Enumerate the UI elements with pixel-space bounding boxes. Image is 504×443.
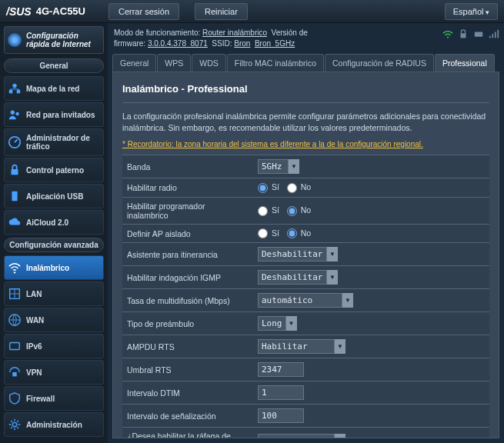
svg-point-4 <box>15 112 19 116</box>
guest-icon <box>8 108 22 122</box>
ssid-label: SSID: <box>212 39 232 48</box>
section-header-advanced: Configuración avanzada <box>4 238 104 252</box>
sidebar-item-label: VPN <box>26 368 42 377</box>
sidebar-item-label: Administración <box>26 421 82 429</box>
sidebar-item-label: AiCloud 2.0 <box>26 218 68 227</box>
isolated-yes[interactable]: Sí <box>258 228 279 238</box>
sidebar-item-administration[interactable]: Administración <box>4 412 104 437</box>
tab-professional[interactable]: Professional <box>435 54 495 72</box>
language-select[interactable]: Español <box>445 3 498 20</box>
reboot-button[interactable]: Reiniciar <box>195 3 248 20</box>
isolated-no[interactable]: No <box>287 228 311 238</box>
ssid2-link[interactable]: Bron_5GHz <box>255 39 295 48</box>
sidebar-item-label: Firewall <box>26 395 55 403</box>
sidebar-item-parental-control[interactable]: Control paterno <box>4 158 104 182</box>
sidebar-item-guest-network[interactable]: Red para invitados <box>4 102 104 127</box>
usb-icon <box>8 189 22 203</box>
preamble-select[interactable]: Long▼ <box>258 316 297 331</box>
dtim-label: Intervalo DTIM <box>122 381 253 405</box>
dropdown-arrow-icon: ▼ <box>335 339 345 354</box>
fw-label2: firmware: <box>114 39 145 48</box>
lock-icon <box>8 163 22 177</box>
tab-general[interactable]: General <box>112 54 156 72</box>
sidebar: Configuración rápida de Internet General… <box>0 23 108 443</box>
svg-point-13 <box>447 36 449 38</box>
tab-wds[interactable]: WDS <box>192 54 226 72</box>
svg-rect-11 <box>12 372 16 376</box>
svg-rect-16 <box>489 36 491 38</box>
roaming-select[interactable]: Deshabilitar▼ <box>258 247 338 261</box>
sidebar-item-label: LAN <box>26 290 42 298</box>
dtim-input[interactable] <box>258 385 304 400</box>
vpn-icon <box>8 365 22 379</box>
quick-internet-setup-button[interactable]: Configuración rápida de Internet <box>4 26 104 54</box>
rts-input[interactable] <box>258 362 304 377</box>
status-icons <box>442 28 499 38</box>
sidebar-item-network-map[interactable]: Mapa de la red <box>4 76 104 101</box>
tab-radius[interactable]: Configuración de RADIUS <box>325 54 434 72</box>
logout-button[interactable]: Cerrar sesión <box>108 3 179 20</box>
tab-wps[interactable]: WPS <box>157 54 191 72</box>
settings-table: Banda 5GHz▼ Habilitar radio Sí No Habili… <box>122 155 489 438</box>
dropdown-arrow-icon: ▼ <box>327 247 338 261</box>
sidebar-item-ipv6[interactable]: IPv6 <box>4 334 104 358</box>
enable-radio-yes[interactable]: Sí <box>258 182 279 192</box>
sidebar-item-label: WAN <box>26 316 44 325</box>
band-label: Banda <box>122 155 253 178</box>
shield-icon <box>8 391 22 405</box>
txburst-label: ¿Desea habilitar la ráfaga de transmisió… <box>122 428 253 438</box>
igmp-label: Habilitar indagación IGMP <box>122 266 253 289</box>
svg-rect-14 <box>461 33 466 38</box>
ssid1-link[interactable]: Bron <box>234 39 250 48</box>
wifi-status-icon <box>442 29 453 38</box>
svg-point-3 <box>11 111 15 115</box>
cloud-icon <box>8 215 22 229</box>
roaming-label: Asistente para itinerancia <box>122 243 253 266</box>
sidebar-item-vpn[interactable]: VPN <box>4 360 104 385</box>
fw-link[interactable]: 3.0.0.4.378_8071 <box>148 39 208 48</box>
dropdown-arrow-icon: ▼ <box>289 159 299 174</box>
mode-link[interactable]: Router inalámbrico <box>202 28 267 37</box>
sidebar-item-lan[interactable]: LAN <box>4 281 104 306</box>
sidebar-item-usb-app[interactable]: Aplicación USB <box>4 184 104 208</box>
beacon-input[interactable] <box>258 408 304 423</box>
sidebar-item-label: Control paterno <box>26 166 84 175</box>
model-label: 4G-AC55U <box>36 5 85 17</box>
sidebar-item-traffic-manager[interactable]: Administrador de tráfico <box>4 128 104 156</box>
sidebar-item-firewall[interactable]: Firewall <box>4 386 104 411</box>
igmp-select[interactable]: Deshabilitar▼ <box>258 270 338 285</box>
beacon-label: Intervalo de señalización <box>122 405 253 428</box>
ampdu-select[interactable]: Habilitar▼ <box>258 339 345 354</box>
wifi-icon <box>8 261 22 275</box>
scheduler-yes[interactable]: Sí <box>258 205 279 215</box>
gear-icon <box>8 418 22 431</box>
svg-rect-15 <box>475 32 483 37</box>
sidebar-item-wan[interactable]: WAN <box>4 308 104 332</box>
enable-radio-label: Habilitar radio <box>122 178 253 198</box>
lock-status-icon <box>458 29 469 38</box>
mcast-select[interactable]: automático▼ <box>258 293 353 308</box>
svg-point-0 <box>12 84 16 88</box>
section-header-general: General <box>4 58 104 73</box>
tab-mac-filter[interactable]: Filtro MAC inalámbrico <box>227 54 324 72</box>
fw-label1: Versión de <box>272 28 308 37</box>
txburst-select[interactable]: Habilitar▼ <box>258 434 345 438</box>
sidebar-item-label: Red para invitados <box>26 111 95 119</box>
brand-logo: /SUS <box>6 5 32 18</box>
timezone-reminder-link[interactable]: * Recordatorio: la zona horaria del sist… <box>122 140 489 148</box>
scheduler-no[interactable]: No <box>287 205 311 215</box>
sidebar-item-label: Aplicación USB <box>26 192 83 201</box>
sidebar-item-wireless[interactable]: Inalámbrico <box>4 255 104 280</box>
sidebar-item-aicloud[interactable]: AiCloud 2.0 <box>4 210 104 235</box>
sidebar-item-label: IPv6 <box>26 342 42 351</box>
enable-radio-no[interactable]: No <box>287 182 311 192</box>
svg-rect-2 <box>17 90 21 94</box>
main-content: Modo de funcionamiento: Router inalámbri… <box>108 23 504 443</box>
ipv6-icon <box>8 339 22 353</box>
panel: Inalámbrico - Professional La configurac… <box>112 72 499 438</box>
lan-icon <box>8 287 22 301</box>
band-select[interactable]: 5GHz▼ <box>258 159 299 174</box>
svg-rect-7 <box>12 192 17 202</box>
svg-rect-1 <box>9 90 12 94</box>
svg-rect-19 <box>497 30 499 38</box>
